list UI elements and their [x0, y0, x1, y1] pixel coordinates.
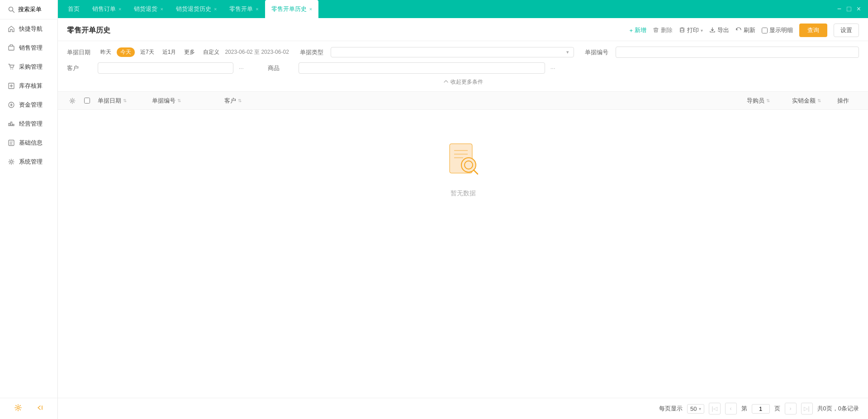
date-btn-7days[interactable]: 近7天	[138, 47, 157, 57]
svg-line-1	[12, 10, 14, 12]
tab-sales-order[interactable]: 销售订单 ×	[86, 0, 128, 18]
export-button[interactable]: 导出	[709, 26, 729, 34]
table-checkbox-all[interactable]	[80, 98, 94, 104]
inventory-icon	[7, 82, 15, 90]
date-range-text: 2023-06-02 至 2023-06-02	[225, 48, 289, 56]
add-icon: +	[629, 27, 633, 34]
customer-label: 客户	[67, 64, 94, 72]
sidebar-item-finance[interactable]: 资金管理	[0, 95, 57, 114]
th-customer[interactable]: 客户 ⇅	[221, 97, 743, 105]
chevron-down-icon: ▾	[566, 49, 569, 55]
tab-retail-open-close[interactable]: ×	[256, 6, 258, 12]
page-header: 零售开单历史 + 新增 删除 打印 ▾	[58, 18, 868, 41]
tab-sales-return[interactable]: 销货退货 ×	[128, 0, 169, 18]
window-minimize-icon[interactable]: −	[837, 5, 841, 13]
refresh-button[interactable]: 刷新	[735, 26, 755, 34]
th-num[interactable]: 单据编号 ⇅	[148, 97, 221, 105]
tab-sales-order-close[interactable]: ×	[119, 6, 121, 12]
sidebar-item-inventory[interactable]: 库存核算	[0, 76, 57, 95]
filter-row-1: 单据日期 昨天 今天 近7天 近1月 更多 自定义 2023-06-02 至 2…	[67, 47, 859, 58]
page-last-btn[interactable]: ▷|	[801, 403, 813, 414]
tab-retail-open-history-close[interactable]: ×	[309, 6, 312, 12]
date-control: 昨天 今天 近7天 近1月 更多 自定义 2023-06-02 至 2023-0…	[98, 47, 289, 57]
collapse-bar[interactable]: 收起更多条件	[67, 78, 859, 86]
page-label-pre: 第	[741, 405, 747, 413]
sidebar-item-operation[interactable]: 经营管理	[0, 114, 57, 133]
date-btn-today[interactable]: 今天	[117, 47, 135, 57]
sidebar-item-system-mgmt[interactable]: 系统管理	[0, 152, 57, 171]
tab-retail-open[interactable]: 零售开单 ×	[223, 0, 265, 18]
sidebar-item-label: 采购管理	[19, 63, 43, 71]
th-date-label: 单据日期	[98, 97, 121, 105]
sidebar-item-label: 系统管理	[19, 158, 43, 166]
refresh-icon	[735, 27, 742, 34]
doc-num-input[interactable]	[616, 47, 859, 58]
settings-bottom-icon[interactable]	[14, 404, 22, 414]
page-first-btn[interactable]: |◁	[709, 403, 721, 414]
goods-label: 商品	[268, 64, 295, 72]
sidebar-item-label: 经营管理	[19, 120, 43, 128]
tab-sales-return-history-label: 销货退货历史	[176, 5, 211, 13]
tab-retail-open-history[interactable]: 零售开单历史 ×	[265, 0, 318, 18]
date-btn-yesterday[interactable]: 昨天	[98, 47, 114, 57]
th-date[interactable]: 单据日期 ⇅	[94, 97, 148, 105]
tab-sales-return-history[interactable]: 销货退货历史 ×	[170, 0, 223, 18]
sidebar-item-sales-mgmt[interactable]: 销售管理	[0, 38, 57, 57]
goods-browse-icon[interactable]: ···	[548, 65, 558, 71]
checkbox-all[interactable]	[84, 98, 90, 104]
tab-retail-open-label: 零售开单	[229, 5, 253, 13]
th-guide[interactable]: 导购员 ⇅	[743, 97, 788, 105]
delete-button[interactable]: 删除	[653, 26, 673, 34]
tab-sales-return-close[interactable]: ×	[160, 6, 163, 12]
basic-info-icon	[7, 139, 15, 147]
content: 零售开单历史 + 新增 删除 打印 ▾	[58, 18, 868, 419]
filter-row-2: 客户 ··· 商品 ···	[67, 62, 859, 74]
goods-input[interactable]	[299, 62, 545, 74]
page-size-select[interactable]: 50 ▾	[687, 404, 704, 414]
empty-text: 暂无数据	[451, 189, 476, 198]
print-button[interactable]: 打印 ▾	[679, 26, 703, 34]
sidebar-item-label: 快捷导航	[19, 25, 43, 33]
tab-home-label: 首页	[68, 5, 80, 13]
sidebar-item-purchase-mgmt[interactable]: 采购管理	[0, 57, 57, 76]
sort-amount-icon: ⇅	[817, 98, 821, 103]
svg-rect-11	[680, 30, 684, 32]
page-title: 零售开单历史	[67, 26, 110, 35]
page-number-input[interactable]: 1	[752, 404, 770, 414]
query-button[interactable]: 查询	[799, 24, 827, 37]
tab-sales-return-label: 销货退货	[134, 5, 157, 13]
collapse-sidebar-icon[interactable]	[35, 404, 43, 414]
sidebar-item-basic-info[interactable]: 基础信息	[0, 133, 57, 152]
add-button[interactable]: + 新增	[629, 26, 646, 34]
show-detail-label: 显示明细	[769, 26, 793, 34]
date-btn-1month[interactable]: 近1月	[160, 47, 179, 57]
doc-type-select[interactable]: ▾	[331, 47, 574, 57]
page-next-btn[interactable]: ›	[785, 403, 797, 414]
finance-icon	[7, 101, 15, 109]
show-detail-checkbox[interactable]: 显示明细	[762, 26, 793, 34]
sidebar-item-label: 库存核算	[19, 82, 43, 90]
th-customer-label: 客户	[224, 97, 236, 105]
tab-home[interactable]: 首页	[62, 0, 86, 18]
setting-button[interactable]: 设置	[834, 24, 859, 37]
table-header: 单据日期 ⇅ 单据编号 ⇅ 客户 ⇅ 导购员 ⇅ 实销金额 ⇅	[58, 92, 868, 110]
svg-point-9	[17, 407, 19, 409]
tab-sales-return-history-close[interactable]: ×	[214, 6, 217, 12]
svg-point-14	[71, 100, 73, 102]
date-btn-more[interactable]: 更多	[181, 47, 198, 57]
customer-filter: 客户 ···	[67, 62, 257, 74]
th-amount[interactable]: 实销金额 ⇅	[788, 97, 834, 105]
customer-input[interactable]	[98, 62, 233, 74]
window-maximize-icon[interactable]: □	[847, 5, 851, 13]
show-detail-check[interactable]	[762, 28, 768, 33]
customer-browse-icon[interactable]: ···	[236, 65, 247, 71]
per-page-label: 每页显示	[659, 405, 683, 413]
window-close-icon[interactable]: ×	[857, 5, 861, 13]
date-btn-custom[interactable]: 自定义	[200, 47, 222, 57]
sidebar-item-quick-nav[interactable]: 快捷导航	[0, 19, 57, 38]
sort-date-icon: ⇅	[123, 98, 127, 103]
th-action: 操作	[834, 97, 861, 105]
sidebar-search[interactable]: 搜索采单	[0, 0, 57, 19]
table-settings-icon[interactable]	[65, 98, 80, 104]
page-prev-btn[interactable]: ‹	[725, 403, 737, 414]
